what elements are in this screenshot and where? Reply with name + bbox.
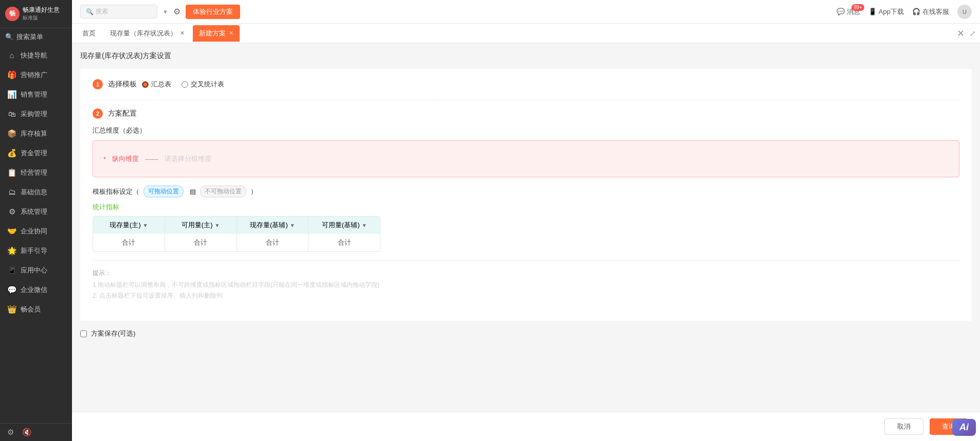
tab-new-plan-label: 新建方案 (199, 29, 226, 38)
stats-title: 统计指标 (93, 203, 959, 212)
ai-badge[interactable]: Ai (952, 419, 976, 436)
movable-tag: 可拖动位置 (143, 186, 184, 197)
step1-badge: 1 (93, 79, 103, 89)
user-avatar[interactable]: U (957, 5, 972, 19)
header-cell-4[interactable]: 可用量(基辅) ▼ (308, 216, 380, 234)
tips-title: 提示： (93, 269, 959, 278)
sidebar-item-label: 销售管理 (21, 90, 47, 99)
step2-header: 2 方案配置 (93, 108, 959, 119)
tab-new-plan-close[interactable]: ✕ (229, 30, 233, 36)
sidebar-logo: 畅 畅康通好生意 标准版 (0, 0, 72, 28)
header-cell-4-dropdown[interactable]: ▼ (362, 223, 367, 228)
tips-item-2: 2. 点击标题栏下拉可设置排序、插入列和删除列 (93, 291, 959, 300)
header-settings-icon[interactable]: ⚙ (173, 7, 180, 16)
header-dropdown-icon[interactable]: ▼ (162, 9, 168, 15)
header-message[interactable]: 💬 消息 99+ (837, 7, 860, 16)
sidebar-item-quick-nav[interactable]: ⌂ 快捷导航 (0, 46, 72, 65)
tab-home[interactable]: 首页 (76, 25, 102, 42)
step1-title: 选择模板 (108, 80, 137, 89)
body-cell-1: 合计 (93, 234, 165, 251)
tab-inventory-status-close[interactable]: ✕ (180, 30, 185, 36)
sidebar-item-label: 基础信息 (21, 188, 47, 197)
step2-section: 2 方案配置 汇总维度（必选） * 纵向维度 —— 请选择分组维度 模板指标设定… (93, 108, 959, 300)
settings-card: 1 选择模板 汇总表 交叉统计表 (80, 69, 972, 321)
sidebar-menu: ⌂ 快捷导航 🎁 营销推广 📊 销售管理 🛍 采购管理 📦 库存核算 💰 资金管… (0, 46, 72, 423)
sidebar-item-sales[interactable]: 📊 销售管理 (0, 85, 72, 104)
sidebar-item-label: 营销推广 (21, 70, 47, 80)
sidebar-item-label: 库存核算 (21, 129, 47, 138)
service-icon: 🎧 (912, 8, 920, 15)
sidebar-item-label: 企业协同 (21, 227, 47, 236)
header-online-service[interactable]: 🎧 在线客服 (912, 7, 949, 16)
dimension-placeholder: 请选择分组维度 (165, 154, 211, 163)
operations-icon: 📋 (7, 168, 16, 177)
body-cell-3: 合计 (237, 234, 309, 251)
tab-inventory-status-label: 现存量（库存状况表） (110, 29, 177, 38)
header-right: 💬 消息 99+ 📱 App下载 🎧 在线客服 U (837, 5, 972, 19)
sidebar-item-system[interactable]: ⚙ 系统管理 (0, 202, 72, 222)
header-search[interactable]: 🔍 搜索 (80, 5, 157, 19)
dimension-box[interactable]: * 纵向维度 —— 请选择分组维度 (93, 140, 959, 177)
header-cell-4-label: 可用量(基辅) (322, 220, 360, 230)
sound-icon[interactable]: 🔇 (22, 428, 32, 437)
member-icon: 👑 (7, 305, 16, 314)
phone-icon: 📱 (868, 8, 877, 15)
sidebar-item-inventory[interactable]: 📦 库存核算 (0, 124, 72, 143)
cancel-button[interactable]: 取消 (884, 418, 923, 435)
sidebar-item-operations[interactable]: 📋 经营管理 (0, 163, 72, 182)
step2-badge: 2 (93, 108, 103, 119)
stats-table-header: 现存量(主) ▼ 可用量(主) ▼ 现存量(基辅) ▼ (93, 216, 380, 234)
fixed-tag: 不可拖动位置 (200, 186, 246, 197)
cross-table-radio[interactable]: 交叉统计表 (182, 80, 224, 89)
indicator-label-row: 模板指标设定（ 可拖动位置 ▤ 不可拖动位置 ） (93, 186, 959, 197)
sidebar-item-app-center[interactable]: 📱 应用中心 (0, 261, 72, 280)
save-checkbox[interactable] (80, 330, 87, 337)
main-area: 🔍 搜索 ▼ ⚙ 体验行业方案 💬 消息 99+ 📱 App下载 🎧 在线客服 … (72, 0, 980, 441)
sidebar-item-member[interactable]: 👑 畅会员 (0, 300, 72, 319)
tab-bar: 首页 现存量（库存状况表） ✕ 新建方案 ✕ ✕ ⤢ (72, 24, 980, 43)
header-cell-3-dropdown[interactable]: ▼ (290, 223, 295, 228)
close-panel-button[interactable]: ✕ (954, 28, 968, 39)
settings-bottom-icon[interactable]: ⚙ (7, 428, 14, 437)
header-cell-3[interactable]: 现存量(基辅) ▼ (237, 216, 309, 234)
sidebar-item-onboarding[interactable]: 🌟 新手引导 (0, 241, 72, 261)
header-cell-2[interactable]: 可用量(主) ▼ (165, 216, 237, 234)
sidebar-item-label: 快捷导航 (21, 51, 47, 60)
message-badge: 99+ (851, 4, 864, 11)
sidebar-item-marketing[interactable]: 🎁 营销推广 (0, 65, 72, 85)
stats-table-body: 合计 合计 合计 合计 (93, 234, 380, 251)
sidebar-item-wechat[interactable]: 💬 企业微信 (0, 280, 72, 300)
header-cell-2-label: 可用量(主) (182, 220, 213, 230)
finance-icon: 💰 (7, 149, 16, 158)
sidebar-item-purchase[interactable]: 🛍 采购管理 (0, 104, 72, 124)
inventory-icon: 📦 (7, 129, 16, 138)
header-app-download[interactable]: 📱 App下载 (868, 7, 904, 16)
onboarding-icon: 🌟 (7, 246, 16, 255)
summary-table-radio[interactable]: 汇总表 (142, 80, 171, 89)
search-menu-label: 搜索菜单 (16, 32, 43, 42)
sidebar-item-label: 系统管理 (21, 207, 47, 216)
expand-button[interactable]: ⤢ (970, 29, 976, 38)
sidebar-item-label: 新手引导 (21, 246, 47, 255)
sidebar-item-label: 畅会员 (21, 305, 41, 314)
tab-inventory-status[interactable]: 现存量（库存状况表） ✕ (104, 25, 191, 42)
sidebar-item-cooperation[interactable]: 🤝 企业协同 (0, 222, 72, 241)
dimension-required-mark: * (103, 155, 106, 163)
save-option-row: 方案保存(可选) (80, 329, 972, 338)
tab-new-plan[interactable]: 新建方案 ✕ (193, 25, 240, 42)
search-menu[interactable]: 🔍 搜索菜单 (0, 28, 72, 46)
industry-plan-button[interactable]: 体验行业方案 (186, 5, 240, 19)
header-cell-2-dropdown[interactable]: ▼ (215, 223, 220, 228)
step1-section: 1 选择模板 汇总表 交叉统计表 (93, 79, 959, 89)
sidebar-item-basic-info[interactable]: 🗂 基础信息 (0, 182, 72, 202)
dimension-field-label: 纵向维度 (112, 154, 139, 163)
header-cell-1-dropdown[interactable]: ▼ (143, 223, 148, 228)
logo-icon: 畅 (5, 7, 20, 21)
message-icon: 💬 (837, 8, 845, 15)
save-option-label: 方案保存(可选) (91, 329, 136, 338)
sidebar-item-label: 资金管理 (21, 149, 47, 158)
sidebar-item-finance[interactable]: 💰 资金管理 (0, 143, 72, 163)
footer: 取消 查询 (72, 412, 980, 441)
header-cell-1[interactable]: 现存量(主) ▼ (93, 216, 165, 234)
cross-table-label: 交叉统计表 (191, 80, 224, 89)
